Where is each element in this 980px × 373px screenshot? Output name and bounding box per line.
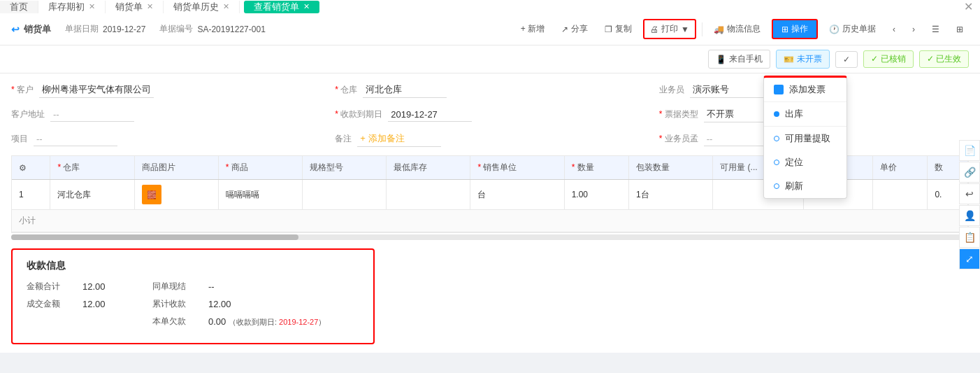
row-product: 嗝嗝嗝嗝 [218,180,302,210]
truck-icon: 🚚 [714,24,724,34]
already-void-button[interactable]: ✓ 已核销 [863,50,913,68]
current-due-label: 本单欠款 [152,316,208,328]
doc-date-meta: 单据日期 2019-12-27 [65,23,145,35]
locate-item[interactable]: 定位 [764,150,846,174]
share-button[interactable]: ↗ 分享 [556,20,593,38]
col-product-image: 商品图片 [134,156,218,180]
due-date-value[interactable]: 2019-12-27 [388,108,472,122]
tab-inventory-init[interactable]: 库存期初 ✕ [38,1,106,13]
operation-button[interactable]: ⊞ 操作 [772,19,818,39]
col-unit-price: 单价 [873,156,928,180]
right-icon-person[interactable]: 👤 [959,205,980,226]
project-value[interactable]: -- [34,132,117,146]
logistics-button[interactable]: 🚚 物流信息 [708,20,766,38]
new-button[interactable]: + 新增 [515,20,550,38]
right-side-icons: 📄 🔗 ↩ 👤 📋 ⤢ [959,140,980,269]
warehouse-label: 仓库 [335,84,357,96]
tab-sales-history[interactable]: 销货单历史 ✕ [164,1,240,13]
table-scrollbar[interactable] [11,234,969,240]
col-product: * 商品 [218,156,302,180]
row-spec [303,180,387,210]
col-sales-unit: * 销售单位 [470,156,564,180]
from-mobile-button[interactable]: 📱 来自手机 [708,50,770,69]
row-min-stock [387,180,470,210]
nav-next-button[interactable]: › [907,22,921,37]
check-icon: ✓ [843,55,850,64]
print-icon: 🖨 [650,24,658,34]
already-effective-button[interactable]: ✓ 已生效 [919,50,969,68]
transaction-amount-label: 成交金额 [27,298,82,310]
close-all-button[interactable]: ✕ [957,0,980,13]
customer-label: 客户 [11,84,34,96]
tab-inventory-init-close[interactable]: ✕ [89,2,95,11]
outbound-item[interactable]: 出库 [764,102,846,126]
view-list1-button[interactable]: ☰ [926,22,945,37]
copy-button[interactable]: ❐ 复制 [599,20,637,38]
ticket-type-label: 票据类型 [659,108,698,120]
view-list2-button[interactable]: ⊞ [951,22,969,37]
salesperson2-label: 业务员孟 [659,133,698,145]
tab-bar: 首页 库存期初 ✕ 销货单 ✕ 销货单历史 ✕ 查看销货单 ✕ ✕ [0,0,980,13]
subtotal-label: 小计 [12,210,968,232]
doc-number-meta: 单据编号 SA-20191227-001 [159,23,265,35]
tab-view-sales[interactable]: 查看销货单 ✕ [244,1,319,13]
nav-prev-button[interactable]: ‹ [887,22,901,37]
print-button[interactable]: 🖨 打印 ▼ [643,19,696,39]
doc-actions: + 新增 ↗ 分享 ❐ 复制 🖨 打印 ▼ 🚚 物流信息 ⊞ 操作 🕐 历史单据 [515,19,969,39]
customer-field: 客户 柳州粤港平安气体有限公司 [11,82,321,98]
history-button[interactable]: 🕐 历史单据 [823,20,881,38]
product-thumbnail: 🧱 [142,185,161,204]
remark-add-btn[interactable]: + 添加备注 [357,131,441,147]
toolbar: 📱 来自手机 🎫 未开票 ✓ ✓ 已核销 ✓ 已生效 [0,45,980,73]
available-qty-item[interactable]: 可用量提取 [764,127,846,150]
available-dot-icon [774,136,779,141]
col-min-stock: 最低库存 [387,156,470,180]
row-quantity: 1.00 [564,180,628,210]
tab-sales-history-close[interactable]: ✕ [223,2,229,11]
payment-row-3: 本单欠款 0.00 （收款到期日: 2019-12-27） [27,316,359,328]
doc-header: ↩ 销货单 单据日期 2019-12-27 单据编号 SA-20191227-0… [0,13,980,45]
salesperson-label: 业务员 [659,84,684,96]
tab-sales-order-close[interactable]: ✕ [147,2,153,11]
subtotal-row: 小计 [12,210,968,232]
tab-home[interactable]: 首页 [0,1,38,13]
right-icon-link[interactable]: 🔗 [959,162,980,183]
project-field: 项目 -- [11,132,321,146]
right-icon-clipboard[interactable]: 📋 [959,227,980,248]
add-invoice-item[interactable]: 添加发票 [764,78,846,101]
col-quantity: * 数量 [564,156,628,180]
row-unit-price [873,180,928,210]
col-settings[interactable]: ⚙ [12,156,50,180]
refresh-item[interactable]: 刷新 [764,174,846,198]
refresh-dot-icon [774,183,779,189]
payment-row-2: 成交金额 12.00 累计收款 12.00 [27,298,359,310]
payment-row-1: 金额合计 12.00 同单现结 -- [27,281,359,293]
share-icon: ↗ [561,24,568,34]
confirm-button[interactable]: ✓ [835,51,858,68]
address-value[interactable]: -- [50,108,134,122]
warehouse-value[interactable]: 河北仓库 [363,82,447,98]
locate-dot-icon [774,160,779,165]
tab-view-sales-close[interactable]: ✕ [303,2,310,11]
row-product-image: 🧱 [134,180,218,210]
customer-value[interactable]: 柳州粤港平安气体有限公司 [39,82,154,98]
check-circle-icon2: ✓ [927,54,934,64]
row-no: 1 [12,180,50,210]
due-date-label: 收款到期日 [335,108,382,120]
divider [702,22,702,36]
right-icon-return[interactable]: ↩ [959,183,980,204]
scrollbar-thumb[interactable] [11,234,298,240]
cumulative-receipt-value: 12.00 [208,299,250,309]
right-icon-doc[interactable]: 📄 [959,140,980,161]
invoice-square-icon [774,85,784,94]
tab-sales-order[interactable]: 销货单 ✕ [106,1,164,13]
outbound-dot-icon [774,111,779,117]
right-icon-expand[interactable]: ⤢ [959,248,980,269]
col-spec: 规格型号 [303,156,387,180]
not-opened-button[interactable]: 🎫 未开票 [776,50,830,69]
due-date-field: 收款到期日 2019-12-27 [335,108,644,122]
row-pack-qty: 1台 [629,180,713,210]
ticket-icon: 🎫 [784,55,794,64]
same-order-settle-label: 同单现结 [152,281,208,293]
address-label: 客户地址 [11,108,45,120]
